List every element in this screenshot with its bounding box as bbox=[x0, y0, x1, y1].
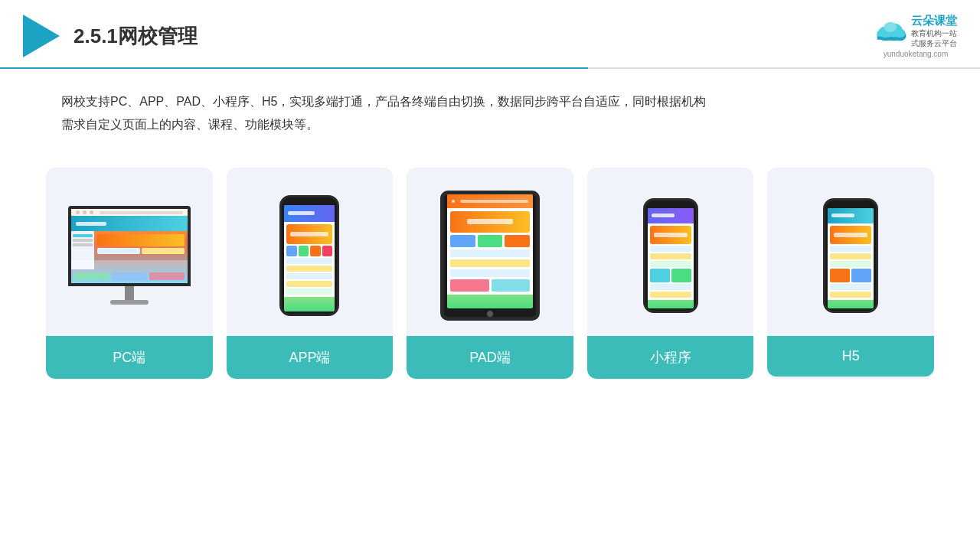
brand-area: 云朵课堂 教育机构一站 式服务云平台 yunduoketang.com bbox=[874, 14, 957, 58]
miniprogram-image-area bbox=[587, 168, 754, 336]
description-line2: 需求自定义页面上的内容、课程、功能模块等。 bbox=[61, 113, 919, 136]
svg-rect-7 bbox=[877, 31, 903, 37]
header-left: 2.5.1网校管理 bbox=[23, 15, 198, 57]
svg-point-8 bbox=[884, 21, 897, 31]
page-title: 2.5.1网校管理 bbox=[74, 23, 198, 50]
pc-image-area bbox=[46, 168, 213, 336]
h5-image-area bbox=[767, 168, 934, 336]
pad-image-area bbox=[407, 168, 573, 336]
miniprogram-phone-icon bbox=[643, 198, 698, 313]
brand-logo: 云朵课堂 教育机构一站 式服务云平台 bbox=[874, 14, 957, 48]
brand-url: yunduoketang.com bbox=[884, 50, 949, 58]
logo-triangle-icon bbox=[23, 15, 60, 57]
brand-name-text: 云朵课堂 教育机构一站 式服务云平台 bbox=[911, 14, 957, 48]
device-cards-container: PC端 bbox=[0, 145, 980, 379]
h5-card: H5 bbox=[767, 168, 934, 379]
pad-label: PAD端 bbox=[407, 336, 573, 379]
miniprogram-label: 小程序 bbox=[587, 336, 754, 379]
pc-monitor-icon bbox=[68, 206, 191, 305]
pc-card: PC端 bbox=[46, 168, 213, 379]
pad-tablet-icon bbox=[440, 191, 540, 321]
app-card: APP端 bbox=[227, 168, 394, 379]
description-line1: 网校支持PC、APP、PAD、小程序、H5，实现多端打通，产品各终端自由切换，数… bbox=[61, 90, 919, 113]
pad-card: PAD端 bbox=[407, 168, 573, 379]
h5-phone-icon bbox=[823, 198, 878, 313]
app-label: APP端 bbox=[227, 336, 394, 379]
app-image-area bbox=[227, 168, 394, 336]
pc-label: PC端 bbox=[46, 336, 213, 379]
cloud-logo-icon bbox=[874, 21, 906, 42]
description-area: 网校支持PC、APP、PAD、小程序、H5，实现多端打通，产品各终端自由切换，数… bbox=[0, 69, 980, 145]
h5-label: H5 bbox=[767, 336, 934, 377]
miniprogram-card: 小程序 bbox=[587, 168, 754, 379]
header: 2.5.1网校管理 云朵课堂 教育机构一站 式服务云平台 yunduoketa bbox=[0, 0, 980, 58]
app-phone-icon bbox=[279, 195, 339, 316]
